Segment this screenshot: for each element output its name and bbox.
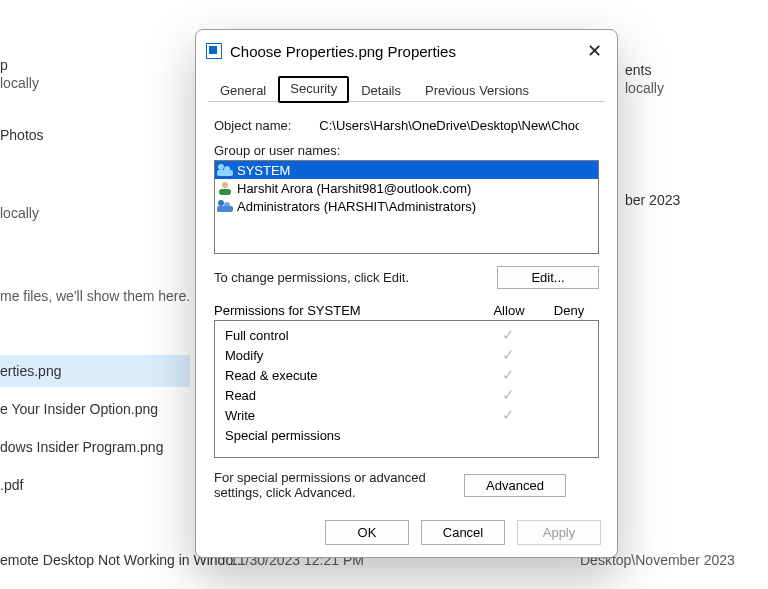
tab-details[interactable]: Details	[349, 79, 413, 102]
allow-check-icon: ✓	[478, 406, 538, 424]
tab-security[interactable]: Security	[278, 76, 349, 103]
bg-row: me files, we'll show them here.	[0, 288, 190, 304]
bg-row[interactable]: e Your Insider Option.png	[0, 401, 158, 417]
properties-dialog: Choose Properties.png Properties ✕ Gener…	[195, 29, 618, 558]
permission-row: Write✓	[215, 405, 598, 425]
bg-row: locally	[0, 205, 39, 221]
permission-name: Modify	[215, 348, 478, 363]
permission-row: Modify✓	[215, 345, 598, 365]
permission-name: Full control	[215, 328, 478, 343]
permission-name: Write	[215, 408, 478, 423]
svg-rect-5	[218, 200, 224, 206]
bg-right: ents	[625, 62, 651, 78]
svg-rect-2	[217, 170, 233, 176]
principal-label: Harshit Arora (Harshit981@outlook.com)	[237, 181, 471, 196]
permission-name: Read	[215, 388, 478, 403]
window-icon	[206, 43, 222, 59]
close-icon[interactable]: ✕	[581, 40, 607, 62]
allow-header: Allow	[479, 303, 539, 318]
deny-header: Deny	[539, 303, 599, 318]
tab-general[interactable]: General	[208, 79, 278, 102]
allow-check-icon: ✓	[478, 386, 538, 404]
cancel-button[interactable]: Cancel	[421, 520, 505, 545]
bg-right: locally	[625, 80, 664, 96]
bg-row[interactable]: erties.png	[0, 363, 61, 379]
allow-check-icon: ✓	[478, 366, 538, 384]
principal-user[interactable]: Harshit Arora (Harshit981@outlook.com)	[215, 179, 598, 197]
svg-rect-7	[217, 206, 233, 212]
principal-label: SYSTEM	[237, 163, 290, 178]
allow-check-icon: ✓	[478, 326, 538, 344]
bg-row[interactable]: .pdf	[0, 477, 23, 493]
permission-name: Read & execute	[215, 368, 478, 383]
permission-row: Read & execute✓	[215, 365, 598, 385]
tab-previous-versions[interactable]: Previous Versions	[413, 79, 541, 102]
permission-row: Full control✓	[215, 325, 598, 345]
ok-button[interactable]: OK	[325, 520, 409, 545]
tab-bar: General Security Details Previous Versio…	[208, 78, 605, 102]
advanced-hint: For special permissions or advanced sett…	[214, 470, 464, 500]
principals-list[interactable]: SYSTEM Harshit Arora (Harshit981@outlook…	[214, 160, 599, 254]
group-icon	[217, 162, 233, 178]
svg-point-3	[222, 182, 228, 188]
bg-row: p	[0, 57, 8, 73]
apply-button[interactable]: Apply	[517, 520, 601, 545]
user-icon	[217, 180, 233, 196]
bg-row: Photos	[0, 127, 44, 143]
permission-row: Read✓	[215, 385, 598, 405]
edit-hint: To change permissions, click Edit.	[214, 270, 497, 285]
object-name-value: C:\Users\Harsh\OneDrive\Desktop\New\Choo…	[319, 118, 579, 133]
bg-right: ber 2023	[625, 192, 680, 208]
permissions-header: Permissions for SYSTEM	[214, 303, 479, 318]
permission-row: Special permissions	[215, 425, 598, 445]
principal-label: Administrators (HARSHIT\Administrators)	[237, 199, 476, 214]
edit-button[interactable]: Edit...	[497, 266, 599, 289]
titlebar[interactable]: Choose Properties.png Properties ✕	[196, 30, 617, 66]
svg-rect-4	[219, 189, 231, 195]
window-title: Choose Properties.png Properties	[230, 43, 456, 60]
bg-row: locally	[0, 75, 39, 91]
object-name-label: Object name:	[214, 118, 291, 133]
group-icon	[217, 198, 233, 214]
advanced-button[interactable]: Advanced	[464, 474, 566, 497]
principal-system[interactable]: SYSTEM	[215, 161, 598, 179]
allow-check-icon: ✓	[478, 346, 538, 364]
permissions-box: Full control✓Modify✓Read & execute✓Read✓…	[214, 320, 599, 458]
bg-row[interactable]: dows Insider Program.png	[0, 439, 163, 455]
svg-rect-0	[218, 164, 224, 170]
group-user-label: Group or user names:	[214, 143, 599, 158]
principal-admins[interactable]: Administrators (HARSHIT\Administrators)	[215, 197, 598, 215]
permission-name: Special permissions	[215, 428, 478, 443]
